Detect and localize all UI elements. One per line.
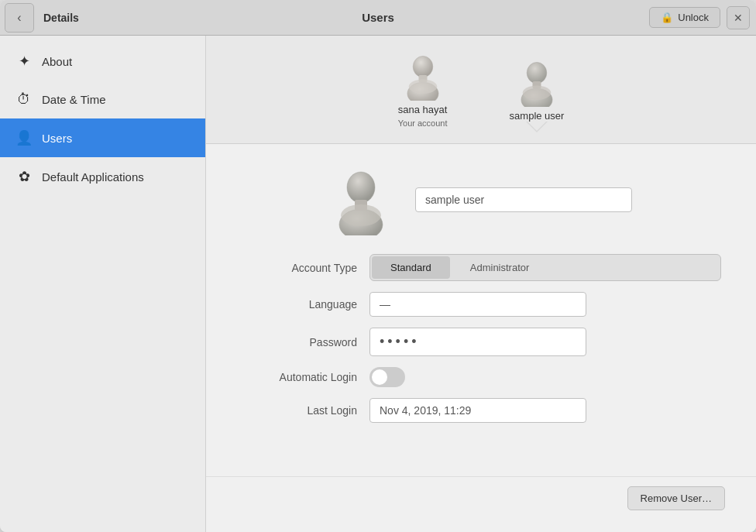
- avatar-sample: [512, 57, 562, 107]
- window: ‹ Details Users 🔒 Unlock ✕ ✦ About ⏱ Dat…: [0, 0, 756, 532]
- avatar-sana: [398, 51, 448, 101]
- last-login-input: [369, 398, 586, 423]
- detail-avatar: [330, 166, 392, 235]
- main-content: sana hayat Your account: [206, 36, 756, 532]
- sidebar-item-label-datetime: Date & Time: [42, 93, 106, 106]
- sidebar-item-label-default-apps: Default Applications: [42, 170, 144, 184]
- language-label: Language: [241, 298, 357, 311]
- default-apps-icon: ✿: [15, 168, 33, 185]
- sidebar-item-label-about: About: [42, 55, 72, 68]
- back-button[interactable]: ‹: [5, 3, 34, 33]
- svg-point-4: [527, 62, 547, 83]
- auto-login-toggle[interactable]: [369, 367, 405, 387]
- titlebar: ‹ Details Users 🔒 Unlock ✕: [0, 0, 756, 36]
- sidebar-item-datetime[interactable]: ⏱ Date & Time: [0, 81, 205, 118]
- password-control: [369, 328, 721, 356]
- svg-point-0: [413, 56, 433, 77]
- toggle-slider: [369, 367, 405, 387]
- standard-button[interactable]: Standard: [372, 256, 450, 279]
- user-form: Account Type Standard Administrator Lang…: [241, 254, 721, 434]
- auto-login-control: [369, 367, 721, 387]
- unlock-label: Unlock: [678, 12, 709, 23]
- users-icon: 👤: [15, 129, 33, 146]
- last-login-control: [369, 398, 721, 423]
- last-login-label: Last Login: [241, 404, 357, 417]
- password-label: Password: [241, 336, 357, 348]
- titlebar-actions: 🔒 Unlock ✕: [649, 6, 750, 29]
- password-row: Password: [241, 328, 721, 356]
- close-icon: ✕: [734, 12, 743, 24]
- selection-caret-inner: [527, 122, 546, 131]
- user-name-sample: sample user: [510, 110, 565, 122]
- administrator-button[interactable]: Administrator: [452, 255, 548, 280]
- svg-point-11: [341, 204, 381, 226]
- auto-login-label: Automatic Login: [241, 371, 357, 383]
- sidebar: ✦ About ⏱ Date & Time 👤 Users ✿ Default …: [0, 36, 206, 532]
- password-input[interactable]: [369, 328, 586, 356]
- username-input[interactable]: [415, 187, 632, 212]
- user-subtitle-sana: Your account: [398, 118, 448, 128]
- sidebar-item-users[interactable]: 👤 Users: [0, 118, 205, 157]
- unlock-button[interactable]: 🔒 Unlock: [649, 7, 720, 28]
- svg-point-7: [523, 86, 552, 100]
- language-input[interactable]: [369, 292, 586, 317]
- sidebar-item-about[interactable]: ✦ About: [0, 42, 205, 81]
- close-button[interactable]: ✕: [727, 6, 750, 29]
- about-icon: ✦: [15, 53, 33, 70]
- svg-point-3: [408, 80, 437, 94]
- auto-login-row: Automatic Login: [241, 367, 721, 387]
- account-type-control: Standard Administrator: [369, 254, 721, 281]
- account-type-label: Account Type: [241, 262, 357, 274]
- account-type-toggle: Standard Administrator: [369, 254, 721, 281]
- account-type-row: Account Type Standard Administrator: [241, 254, 721, 281]
- lock-icon: 🔒: [661, 12, 673, 23]
- user-name-sana: sana hayat: [398, 104, 448, 115]
- user-card-sample[interactable]: sample user: [510, 57, 565, 122]
- sidebar-item-default-applications[interactable]: ✿ Default Applications: [0, 157, 205, 196]
- user-detail-header: [330, 158, 632, 235]
- remove-user-button[interactable]: Remove User…: [627, 486, 725, 510]
- last-login-row: Last Login: [241, 398, 721, 423]
- user-card-sana[interactable]: sana hayat Your account: [398, 51, 448, 128]
- language-control: [369, 292, 721, 317]
- section-label: Details: [43, 12, 183, 24]
- content-area: ✦ About ⏱ Date & Time 👤 Users ✿ Default …: [0, 36, 756, 532]
- datetime-icon: ⏱: [15, 91, 33, 108]
- window-title: Users: [362, 11, 394, 24]
- language-row: Language: [241, 292, 721, 317]
- sidebar-item-label-users: Users: [42, 132, 72, 145]
- user-selection-area: sana hayat Your account: [206, 36, 756, 144]
- bottom-bar: Remove User…: [206, 476, 756, 532]
- svg-point-8: [347, 172, 375, 203]
